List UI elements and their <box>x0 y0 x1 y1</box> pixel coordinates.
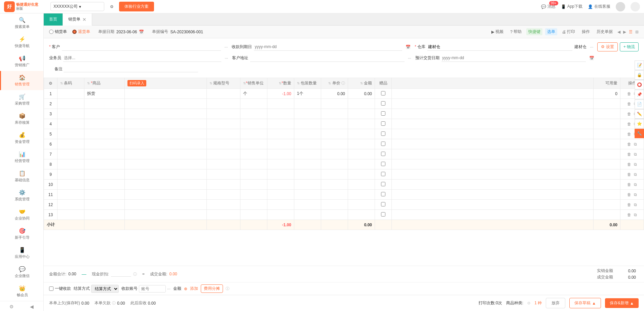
cell-barcode[interactable] <box>58 119 84 129</box>
cell-amount[interactable] <box>348 159 375 169</box>
cell-unit[interactable] <box>240 99 267 109</box>
cell-price[interactable] <box>321 139 348 149</box>
select-btn[interactable]: 选单 <box>545 28 557 35</box>
cell-product[interactable] <box>84 119 125 129</box>
cell-product[interactable]: 拆货 <box>84 89 125 99</box>
cell-product[interactable] <box>84 139 125 149</box>
cell-spec[interactable] <box>207 159 240 169</box>
right-btn-doc[interactable]: 📄 <box>635 100 644 109</box>
save-new-chevron[interactable]: ▲ <box>630 301 634 306</box>
radio-sales-order[interactable]: 销货单 <box>49 29 67 35</box>
cell-price[interactable] <box>321 190 348 200</box>
cell-unit[interactable]: 个 <box>240 89 267 99</box>
cell-pkg-qty[interactable] <box>294 129 321 139</box>
sidebar-item-sales[interactable]: 🏠 销售管理 <box>0 71 43 90</box>
expected-date-calendar-icon[interactable]: 📅 <box>588 56 596 61</box>
sidebar-collapse-btn[interactable]: ◀ <box>23 304 41 309</box>
customer-input[interactable] <box>62 43 221 51</box>
delete-icon[interactable]: 🗑 <box>627 132 631 137</box>
cell-barcode[interactable] <box>58 139 84 149</box>
cell-price[interactable] <box>321 109 348 119</box>
cell-spec[interactable] <box>207 89 240 99</box>
customer-addr-input[interactable] <box>250 54 404 62</box>
delete-icon[interactable]: 🗑 <box>627 142 631 147</box>
cell-pkg-qty[interactable] <box>294 99 321 109</box>
copy-icon[interactable]: ⧉ <box>634 202 637 207</box>
cell-amount[interactable]: 0.00 <box>348 89 375 99</box>
sidebar-item-wechat[interactable]: 💬 企业微信 <box>0 263 43 282</box>
cell-product[interactable] <box>84 210 125 220</box>
cell-product[interactable] <box>84 180 125 190</box>
cell-gift[interactable] <box>375 190 392 200</box>
tab-sales-order[interactable]: 销货单 ✕ <box>63 13 92 26</box>
cell-spec[interactable] <box>207 190 240 200</box>
cell-gift[interactable] <box>375 89 392 99</box>
cell-gift[interactable] <box>375 210 392 220</box>
cell-amount[interactable] <box>348 200 375 210</box>
cell-price[interactable] <box>321 169 348 180</box>
right-btn-star[interactable]: ⭐ <box>635 119 644 128</box>
cell-pkg-qty[interactable] <box>294 139 321 149</box>
cell-barcode[interactable] <box>58 190 84 200</box>
cell-pkg-qty[interactable] <box>294 210 321 220</box>
cell-amount[interactable] <box>348 180 375 190</box>
cell-barcode[interactable] <box>58 89 84 99</box>
delete-icon[interactable]: 🗑 <box>627 212 631 217</box>
cell-barcode[interactable] <box>58 200 84 210</box>
cell-unit[interactable] <box>240 210 267 220</box>
delete-icon[interactable]: 🗑 <box>627 112 631 116</box>
video-btn[interactable]: ▶ 视频 <box>489 28 505 35</box>
cell-amount[interactable] <box>348 129 375 139</box>
cell-qty[interactable] <box>267 180 294 190</box>
customer-dots[interactable]: ··· <box>223 45 229 49</box>
cell-product[interactable] <box>84 200 125 210</box>
cell-qty[interactable] <box>267 169 294 180</box>
operate-btn[interactable]: 操作 <box>580 28 592 35</box>
copy-icon[interactable]: ⧉ <box>634 212 637 217</box>
cell-qty[interactable] <box>267 119 294 129</box>
cell-unit[interactable] <box>240 119 267 129</box>
copy-icon[interactable]: ⧉ <box>634 172 637 177</box>
one-click-payment-checkbox[interactable] <box>49 286 53 291</box>
calendar-icon[interactable]: 📅 <box>139 30 144 34</box>
expense-split-btn[interactable]: 费用分摊 <box>201 284 223 293</box>
cell-barcode[interactable] <box>58 109 84 119</box>
cell-unit[interactable] <box>240 190 267 200</box>
cell-gift[interactable] <box>375 99 392 109</box>
cell-gift[interactable] <box>375 129 392 139</box>
cell-amount[interactable] <box>348 99 375 109</box>
cell-pkg-qty[interactable] <box>294 159 321 169</box>
cell-price[interactable] <box>321 99 348 109</box>
copy-icon[interactable]: ⧉ <box>634 142 637 147</box>
cell-price[interactable] <box>321 210 348 220</box>
cell-spec[interactable] <box>207 119 240 129</box>
right-btn-edit[interactable]: ✏️ <box>635 109 644 119</box>
cell-unit[interactable] <box>240 169 267 180</box>
cell-unit[interactable] <box>240 129 267 139</box>
copy-icon[interactable]: ⧉ <box>634 182 637 187</box>
add-label[interactable]: 添加 <box>190 286 198 291</box>
cell-product[interactable] <box>84 149 125 159</box>
cell-spec[interactable] <box>207 180 240 190</box>
save-new-btn[interactable]: 保存&新增 ▲ <box>605 298 639 308</box>
copy-icon[interactable]: ⧉ <box>634 162 637 167</box>
sidebar-item-marketing[interactable]: 📢 营销推广 <box>0 52 43 71</box>
cell-gift[interactable] <box>375 159 392 169</box>
cell-pkg-qty[interactable] <box>294 109 321 119</box>
delete-icon[interactable]: 🗑 <box>627 122 631 126</box>
cell-qty[interactable] <box>267 190 294 200</box>
cell-gift[interactable] <box>375 109 392 119</box>
cell-price[interactable] <box>321 200 348 210</box>
cell-spec[interactable] <box>207 99 240 109</box>
right-btn-lock[interactable]: 🔒 <box>635 70 644 80</box>
cell-price[interactable] <box>321 129 348 139</box>
cell-unit[interactable] <box>240 180 267 190</box>
expected-date-input[interactable] <box>442 54 586 62</box>
cell-unit[interactable] <box>240 159 267 169</box>
cell-unit[interactable] <box>240 139 267 149</box>
print-btn[interactable]: 🖨 打印 <box>560 28 577 35</box>
save-draft-btn[interactable]: 保存草稿 ▲ <box>569 298 601 308</box>
addr-dots[interactable]: ··· <box>407 56 413 61</box>
cell-gift[interactable] <box>375 169 392 180</box>
warehouse-dots[interactable]: ··· <box>589 45 595 49</box>
